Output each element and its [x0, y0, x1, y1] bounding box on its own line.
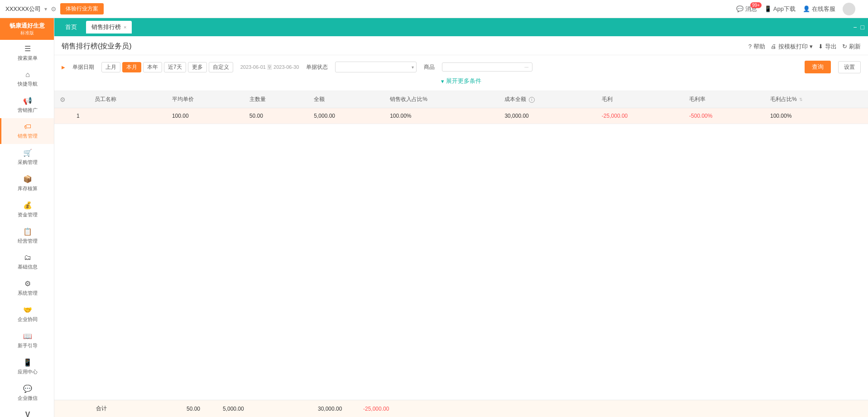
cell-profit: -25,000.00 — [596, 108, 684, 124]
help-icon: ? — [748, 43, 752, 50]
app-label: App下载 — [773, 5, 796, 13]
company-dropdown-icon[interactable]: ▾ — [44, 6, 47, 12]
table-footer: 合计 50.00 5,000.00 30,000.00 -25,000.00 — [54, 400, 868, 417]
search-menu-icon: ☰ — [24, 44, 31, 53]
sidebar-item-wechat[interactable]: 💬 企业微信 — [0, 380, 54, 406]
sidebar-item-system-label: 系统管理 — [18, 290, 38, 297]
cell-employee — [89, 108, 167, 124]
profit-pct-sort-icon[interactable]: ⇅ — [799, 97, 803, 102]
app-download-button[interactable]: 📱 App下载 — [764, 5, 796, 13]
apps-icon: 📱 — [23, 358, 32, 367]
help-button[interactable]: ? 帮助 — [748, 43, 765, 51]
col-profit: 毛利 — [596, 91, 684, 108]
col-qty: 主数量 — [244, 91, 308, 108]
topbar-gear-icon[interactable]: ⚙ — [51, 5, 57, 13]
tab-sales-ranking[interactable]: 销售排行榜 × — [86, 21, 132, 34]
settings-button[interactable]: 设置 — [838, 61, 861, 73]
refresh-button[interactable]: ↻ 刷新 — [842, 43, 861, 51]
trial-button[interactable]: 体验行业方案 — [60, 3, 104, 14]
sidebar-item-search[interactable]: ☰ 搜索菜单 — [0, 40, 54, 66]
tab-bar-right: − □ — [853, 24, 864, 31]
operation-icon: 📋 — [23, 227, 32, 236]
sidebar-item-coop[interactable]: 🤝 企业协同 — [0, 301, 54, 327]
sidebar-item-sales[interactable]: 🏷 销售管理 — [0, 118, 54, 144]
data-table: ⚙ 员工名称 平均单价 主数量 全额 销售收入占比% 成本全额 i 毛利 毛利率 — [54, 91, 868, 124]
tab-maximize-icon[interactable]: □ — [861, 24, 864, 31]
filter-row-1: ▶ 单据日期 上月 本月 本年 近7天 更多 自定义 2023-06-01 至 … — [62, 61, 861, 73]
logo-line1: 畅康通好生意 — [10, 22, 45, 30]
sidebar-item-member[interactable]: V 畅会员 — [0, 406, 54, 417]
logo-line2: 标准版 — [20, 30, 34, 36]
company-name: XXXXXX公司 — [5, 5, 41, 13]
expand-icon: ▾ — [441, 78, 444, 85]
expand-row: ▾ 展开更多条件 — [62, 77, 861, 85]
sidebar-item-purchase[interactable]: 🛒 采购管理 — [0, 144, 54, 170]
tab-bar: 首页 销售排行榜 × − □ — [54, 18, 868, 36]
status-label: 单据状态 — [306, 63, 328, 71]
cell-profit-rate: -500.00% — [684, 108, 765, 124]
sidebar-item-quick-nav[interactable]: ⌂ 快捷导航 — [0, 66, 54, 92]
sidebar-item-coop-label: 企业协同 — [18, 316, 38, 323]
message-button[interactable]: 💬 消息 99+ — [736, 5, 757, 13]
sidebar-item-guide[interactable]: 📖 新手引导 — [0, 327, 54, 354]
cell-profit-pct: 100.00% — [765, 108, 868, 124]
topbar: XXXXXX公司 ▾ ⚙ 体验行业方案 💬 消息 99+ 📱 App下载 👤 在… — [0, 0, 868, 18]
footer-amount: 5,000.00 — [223, 406, 264, 412]
col-rank — [71, 91, 89, 108]
date-label: 单据日期 — [72, 63, 94, 71]
this-month-btn[interactable]: 本月 — [122, 62, 141, 72]
sidebar-item-finance-label: 资金管理 — [18, 211, 38, 218]
marketing-icon: 📢 — [23, 96, 32, 105]
export-button[interactable]: ⬇ 导出 — [818, 43, 837, 51]
cell-settings — [54, 108, 71, 124]
cell-amount: 5,000.00 — [308, 108, 384, 124]
col-avg-price: 平均单价 — [167, 91, 244, 108]
this-year-btn[interactable]: 本年 — [143, 62, 162, 72]
date-filter-group: 上月 本月 本年 近7天 更多 自定义 — [101, 62, 233, 72]
filter-toggle-icon[interactable]: ▶ — [62, 65, 65, 70]
sidebar-item-inventory[interactable]: 📦 库存核算 — [0, 170, 54, 197]
sidebar-item-apps[interactable]: 📱 应用中心 — [0, 354, 54, 380]
topbar-left: XXXXXX公司 ▾ ⚙ 体验行业方案 — [5, 3, 736, 14]
cost-info-icon[interactable]: i — [529, 97, 535, 103]
query-button[interactable]: 查询 — [805, 61, 831, 73]
tab-close-icon[interactable]: × — [124, 24, 126, 30]
table-header-row: ⚙ 员工名称 平均单价 主数量 全额 销售收入占比% 成本全额 i 毛利 毛利率 — [54, 91, 868, 108]
tab-home[interactable]: 首页 — [58, 18, 84, 36]
sidebar-item-sales-label: 销售管理 — [18, 133, 38, 139]
sales-icon: 🏷 — [24, 123, 31, 131]
sidebar-item-finance[interactable]: 💰 资金管理 — [0, 197, 54, 223]
filter-area: ▶ 单据日期 上月 本月 本年 近7天 更多 自定义 2023-06-01 至 … — [54, 55, 868, 91]
page-body: ⚙ 员工名称 平均单价 主数量 全额 销售收入占比% 成本全额 i 毛利 毛利率 — [54, 91, 868, 417]
tab-minimize-icon[interactable]: − — [853, 24, 857, 31]
status-select[interactable] — [335, 62, 417, 72]
sidebar-item-operation-label: 经营管理 — [18, 238, 38, 244]
service-label: 在线客服 — [812, 5, 835, 13]
goods-filter[interactable]: ··· — [442, 62, 532, 72]
print-button[interactable]: 🖨 按模板打印 ▾ — [771, 43, 813, 51]
col-cost: 成本全额 i — [499, 91, 596, 108]
online-service-button[interactable]: 👤 在线客服 — [803, 5, 835, 13]
col-profit-rate: 毛利率 — [684, 91, 765, 108]
sidebar-item-search-label: 搜索菜单 — [18, 55, 38, 62]
col-settings[interactable]: ⚙ — [54, 91, 71, 108]
sidebar-item-operation[interactable]: 📋 经营管理 — [0, 223, 54, 249]
last-month-btn[interactable]: 上月 — [101, 62, 120, 72]
service-icon: 👤 — [803, 5, 810, 12]
custom-date-btn[interactable]: 自定义 — [209, 62, 233, 72]
user-avatar[interactable] — [843, 3, 855, 15]
sidebar-item-marketing-label: 营销推广 — [18, 107, 38, 114]
goods-filter-more: ··· — [524, 64, 528, 70]
more-date-btn[interactable]: 更多 — [188, 62, 207, 72]
sidebar-item-basic[interactable]: 🗂 基础信息 — [0, 249, 54, 275]
sidebar-item-marketing[interactable]: 📢 营销推广 — [0, 92, 54, 118]
last7-btn[interactable]: 近7天 — [164, 62, 186, 72]
expand-more-button[interactable]: ▾ 展开更多条件 — [441, 77, 481, 85]
inventory-icon: 📦 — [23, 175, 32, 183]
cell-qty: 50.00 — [244, 108, 308, 124]
sidebar: 畅康通好生意 标准版 ☰ 搜索菜单 ⌂ 快捷导航 📢 营销推广 🏷 销售管理 🛒… — [0, 18, 54, 417]
footer-profit: -25,000.00 — [363, 406, 408, 412]
sidebar-item-system[interactable]: ⚙ 系统管理 — [0, 275, 54, 301]
page-header: 销售排行榜(按业务员) ? 帮助 🖨 按模板打印 ▾ ⬇ 导出 — [54, 36, 868, 55]
system-icon: ⚙ — [24, 279, 31, 288]
